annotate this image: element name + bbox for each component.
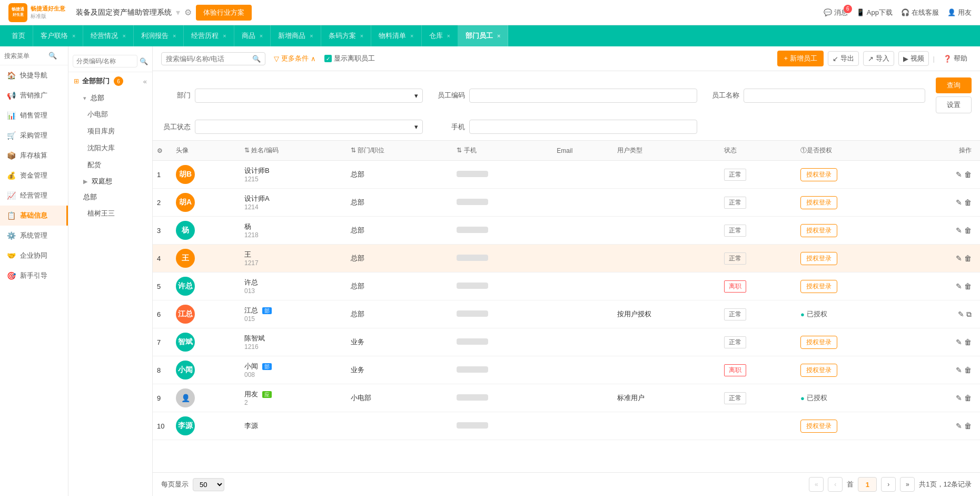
edit-icon[interactable]: ✎ — [956, 170, 962, 179]
first-page-button[interactable]: « — [809, 477, 824, 492]
search-icon[interactable]: 🔍 — [252, 55, 261, 63]
import-button[interactable]: ↗ 导入 — [863, 51, 894, 66]
tab-add-goods[interactable]: 新增商品 × — [271, 25, 321, 46]
tab-dept-employee[interactable]: 部门员工 × — [458, 25, 508, 46]
show-resigned-toggle[interactable]: ✓ 显示离职员工 — [324, 54, 375, 63]
dept-filter-select[interactable]: ▾ — [195, 89, 423, 103]
dept-group-zongbu2[interactable]: 总部 — [77, 189, 152, 205]
next-page-button[interactable]: › — [881, 477, 896, 492]
edit-icon[interactable]: ✎ — [956, 198, 962, 207]
auth-login-button[interactable]: 授权登录 — [800, 252, 837, 265]
col-name[interactable]: ⇅ 姓名/编码 — [240, 141, 347, 161]
auth-login-button[interactable]: 授权登录 — [800, 364, 837, 377]
dropdown-arrow-icon[interactable]: ▾ — [176, 7, 180, 17]
empname-filter-input[interactable] — [744, 89, 925, 103]
tab-barcode[interactable]: 条码方案 × — [321, 25, 371, 46]
per-page-select[interactable]: 50 20 100 — [193, 478, 224, 491]
cell-email — [552, 189, 613, 217]
tab-customer[interactable]: 客户联络 × — [33, 25, 83, 46]
auth-login-button[interactable]: 授权登录 — [800, 224, 837, 237]
delete-icon[interactable]: 🗑 — [964, 254, 972, 262]
online-service-action[interactable]: 🎧 在线客服 — [901, 8, 939, 17]
delete-icon[interactable]: 🗑 — [964, 198, 972, 207]
col-dept[interactable]: ⇅ 部门/职位 — [347, 141, 453, 161]
employee-search-input[interactable] — [166, 55, 250, 63]
edit-icon[interactable]: ✎ — [956, 394, 962, 402]
sidebar-item-basic[interactable]: 📋 基础信息 — [0, 206, 68, 226]
copy-icon[interactable]: ⧉ — [966, 310, 972, 318]
dept-item-peihu[interactable]: 配货 — [77, 157, 152, 173]
delete-icon[interactable]: 🗑 — [964, 170, 972, 179]
sidebar-item-purchase[interactable]: 🛒 采购管理 — [0, 125, 68, 145]
col-settings[interactable]: ⚙ — [153, 141, 172, 161]
dept-search-input[interactable] — [73, 55, 137, 67]
user-action[interactable]: 👤 用友 — [947, 8, 972, 17]
edit-icon[interactable]: ✎ — [956, 282, 962, 290]
all-dept-header[interactable]: ⊞ 全部部门 6 « — [68, 72, 152, 90]
trial-button[interactable]: 体验行业方案 — [196, 5, 252, 21]
more-filters-button[interactable]: ▽ 更多条件 ∧ — [270, 52, 320, 65]
help-button[interactable]: ❓ 帮助 — [939, 52, 972, 65]
sidebar-item-system[interactable]: ⚙️ 系统管理 — [0, 226, 68, 246]
sidebar-search-icon[interactable]: 🔍 — [48, 52, 57, 60]
dept-item-project[interactable]: 项目库房 — [77, 123, 152, 140]
cell-name: 设计师A1214 — [240, 189, 347, 217]
dept-search-icon[interactable]: 🔍 — [140, 57, 148, 65]
auth-login-button[interactable]: 授权登录 — [800, 420, 837, 433]
dept-item-zhishu[interactable]: 植树王三 — [77, 205, 152, 222]
sidebar-search-input[interactable] — [4, 52, 46, 60]
auth-login-button[interactable]: 授权登录 — [800, 280, 837, 293]
col-phone[interactable]: ⇅ 手机 — [452, 141, 552, 161]
dept-item-shenyang[interactable]: 沈阳大库 — [77, 140, 152, 157]
delete-icon[interactable]: 🗑 — [964, 226, 972, 235]
sidebar-item-operations[interactable]: 📈 经营管理 — [0, 186, 68, 206]
empcode-filter-input[interactable] — [469, 89, 697, 103]
sidebar-item-collaboration[interactable]: 🤝 企业协同 — [0, 246, 68, 266]
tab-home[interactable]: 首页 — [4, 25, 33, 46]
edit-icon[interactable]: ✎ — [956, 338, 962, 346]
tab-operation[interactable]: 经营情况 × — [83, 25, 133, 46]
dept-group-shuangting[interactable]: ▶双庭想 — [77, 173, 152, 189]
tab-goods[interactable]: 商品 × — [234, 25, 271, 46]
cell-phone — [452, 412, 552, 440]
sidebar-item-marketing[interactable]: 📢 营销推广 — [0, 85, 68, 105]
dept-group-zongbu[interactable]: ▾总部 — [77, 90, 152, 106]
app-download-action[interactable]: 📱 App下载 — [856, 8, 893, 17]
export-button[interactable]: ↙ 导出 — [828, 51, 859, 66]
tab-bom[interactable]: 物料清单 × — [371, 25, 421, 46]
sidebar-item-quicknav[interactable]: 🏠 快捷导航 — [0, 65, 68, 85]
sidebar-item-sales[interactable]: 📊 销售管理 — [0, 105, 68, 125]
add-employee-button[interactable]: + 新增员工 — [777, 51, 823, 66]
sidebar-item-inventory[interactable]: 📦 库存核算 — [0, 145, 68, 166]
delete-icon[interactable]: 🗑 — [964, 394, 972, 402]
edit-icon[interactable]: ✎ — [958, 310, 964, 318]
message-action[interactable]: 💬 消息 6 — [824, 8, 848, 17]
empstatus-filter-select[interactable]: ▾ — [195, 120, 423, 134]
view-button[interactable]: ▶ 视频 — [898, 51, 929, 66]
tab-warehouse[interactable]: 仓库 × — [422, 25, 458, 46]
delete-icon[interactable]: 🗑 — [964, 282, 972, 290]
auth-login-button[interactable]: 授权登录 — [800, 336, 837, 349]
sidebar-item-guide[interactable]: 🎯 新手引导 — [0, 266, 68, 286]
edit-icon[interactable]: ✎ — [956, 422, 962, 430]
tab-profit[interactable]: 利润报告 × — [134, 25, 184, 46]
delete-icon[interactable]: 🗑 — [964, 338, 972, 346]
settings-icon[interactable]: ⚙ — [184, 7, 192, 17]
auth-login-button[interactable]: 授权登录 — [800, 168, 837, 181]
query-button[interactable]: 查询 — [936, 77, 972, 93]
auth-login-button[interactable]: 授权登录 — [800, 196, 837, 209]
edit-icon[interactable]: ✎ — [956, 366, 962, 374]
delete-icon[interactable]: 🗑 — [964, 366, 972, 374]
empstatus-filter-label: 员工状态 — [161, 122, 191, 132]
delete-icon[interactable]: 🗑 — [964, 422, 972, 430]
phone-filter-input[interactable] — [469, 120, 697, 134]
tab-history[interactable]: 经营历程 × — [184, 25, 234, 46]
collapse-dept-icon[interactable]: « — [143, 77, 147, 85]
prev-page-button[interactable]: ‹ — [828, 477, 843, 492]
last-page-button[interactable]: » — [900, 477, 915, 492]
set-button[interactable]: 设置 — [936, 96, 972, 113]
dept-item-xiaodianbu[interactable]: 小电部 — [77, 106, 152, 123]
edit-icon[interactable]: ✎ — [956, 226, 962, 235]
sidebar-item-finance[interactable]: 💰 资金管理 — [0, 166, 68, 186]
edit-icon[interactable]: ✎ — [956, 254, 962, 262]
